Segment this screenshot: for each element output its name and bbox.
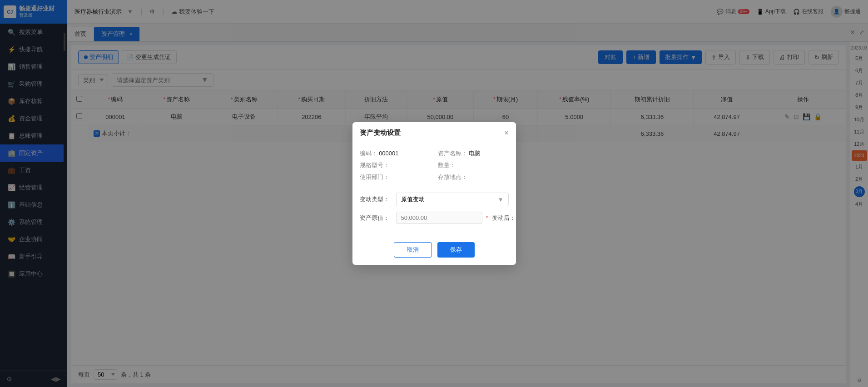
original-value-input xyxy=(396,212,482,224)
modal-divider xyxy=(360,187,509,187)
modal-header: 资产变动设置 × xyxy=(352,122,516,142)
modal-overlay[interactable]: 资产变动设置 × 编码： 000001 资产名称： 电脑 规格型号： 数量： xyxy=(0,0,868,387)
required-star: * xyxy=(486,214,488,221)
modal-quantity-row: 数量： xyxy=(438,161,509,169)
asset-change-modal: 资产变动设置 × 编码： 000001 资产名称： 电脑 规格型号： 数量： xyxy=(352,122,516,265)
modal-close-btn[interactable]: × xyxy=(504,129,508,137)
change-type-row: 变动类型： 原值变动 ▼ xyxy=(360,193,509,206)
save-btn[interactable]: 保存 xyxy=(437,242,475,258)
modal-location-row: 存放地点： xyxy=(438,173,509,181)
change-type-select[interactable]: 原值变动 ▼ xyxy=(396,193,509,206)
select-arrow-icon: ▼ xyxy=(498,196,504,203)
original-value-label: 资产原值： xyxy=(360,214,392,222)
change-type-label: 变动类型： xyxy=(360,195,392,203)
modal-dept-row: 使用部门： xyxy=(360,173,431,181)
modal-footer: 取消 保存 xyxy=(352,237,516,265)
modal-body: 编码： 000001 资产名称： 电脑 规格型号： 数量： 使用部门： xyxy=(352,142,516,237)
modal-asset-name-row: 资产名称： 电脑 xyxy=(438,149,509,158)
modal-title: 资产变动设置 xyxy=(360,129,401,137)
after-change-label: 变动后： xyxy=(492,214,516,222)
modal-info-grid: 编码： 000001 资产名称： 电脑 规格型号： 数量： 使用部门： xyxy=(360,149,509,181)
original-value-row: 资产原值： * 变动后： xyxy=(360,212,509,224)
modal-spec-row: 规格型号： xyxy=(360,161,431,169)
modal-code-row: 编码： 000001 xyxy=(360,149,431,158)
cancel-btn[interactable]: 取消 xyxy=(394,242,432,258)
